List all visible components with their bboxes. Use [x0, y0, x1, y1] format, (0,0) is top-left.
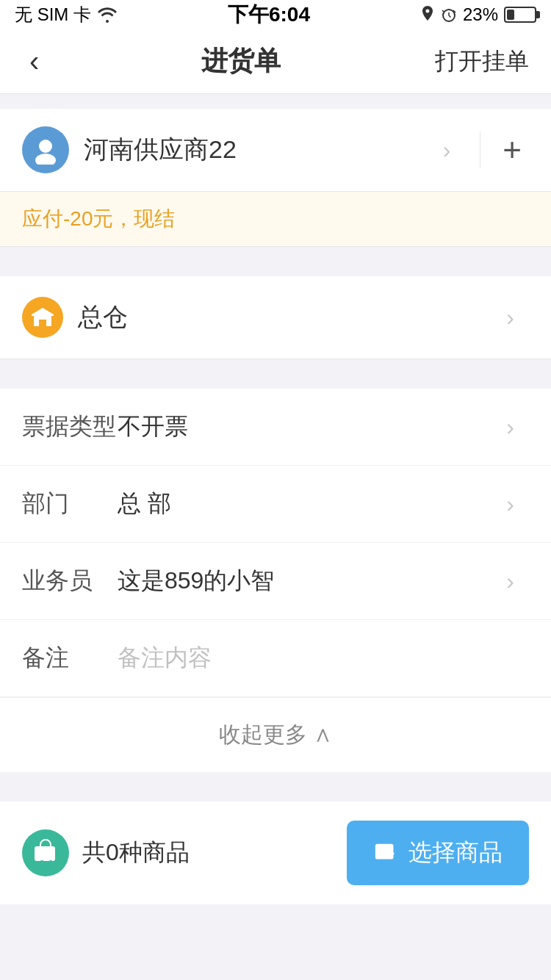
collapse-label: 收起更多 ∧ — [219, 722, 331, 746]
collapse-row[interactable]: 收起更多 ∧ — [0, 697, 551, 772]
svg-rect-5 — [35, 846, 55, 861]
cart-icon — [32, 839, 60, 867]
warehouse-row[interactable]: 总仓 › — [0, 276, 551, 359]
invoice-type-value: 不开票 — [118, 411, 506, 443]
salesperson-chevron-icon: › — [506, 568, 514, 595]
bottom-section: 共0种商品 选择商品 — [0, 801, 551, 904]
supplier-chevron-icon: › — [443, 137, 451, 164]
section-gap-1 — [0, 94, 551, 109]
warehouse-section: 总仓 › — [0, 276, 551, 359]
supplier-row[interactable]: 河南供应商22 › + — [0, 109, 551, 192]
status-bar: 无 SIM 卡 下午6:04 23% — [0, 0, 551, 29]
svg-point-6 — [40, 860, 44, 865]
form-section: 票据类型 不开票 › 部门 总 部 › 业务员 这是859的小智 › 备注 备注… — [0, 389, 551, 772]
remark-row[interactable]: 备注 备注内容 — [0, 620, 551, 697]
invoice-type-label: 票据类型 — [22, 411, 118, 443]
wifi-icon — [97, 7, 118, 23]
section-gap-4 — [0, 772, 551, 787]
svg-point-2 — [35, 154, 56, 165]
carrier-label: 无 SIM 卡 — [15, 3, 91, 26]
select-product-label: 选择商品 — [408, 837, 503, 869]
status-carrier-area: 无 SIM 卡 — [15, 3, 118, 26]
open-pending-button[interactable]: 打开挂单 — [435, 46, 529, 78]
nav-bar: ‹ 进货单 打开挂单 — [0, 29, 551, 94]
select-product-icon — [373, 840, 400, 866]
supplier-avatar — [22, 126, 69, 173]
back-button[interactable]: ‹ — [22, 37, 46, 85]
salesperson-value: 这是859的小智 — [118, 565, 506, 597]
product-count-area: 共0种商品 — [22, 829, 190, 876]
battery-percent: 23% — [463, 4, 498, 25]
warehouse-icon-bg — [22, 297, 63, 338]
department-chevron-icon: › — [506, 491, 514, 518]
salesperson-row[interactable]: 业务员 这是859的小智 › — [0, 543, 551, 620]
product-icon-bg — [22, 829, 69, 876]
remark-input[interactable]: 备注内容 — [118, 642, 529, 674]
warehouse-chevron-icon: › — [506, 304, 514, 331]
battery-icon — [504, 7, 536, 23]
section-gap-2 — [0, 247, 551, 262]
warehouse-icon — [30, 305, 55, 330]
supplier-section: 河南供应商22 › + 应付-20元，现结 — [0, 109, 551, 247]
department-label: 部门 — [22, 488, 118, 520]
product-count-label: 共0种商品 — [82, 837, 190, 869]
status-right-area: 23% — [420, 4, 536, 25]
location-icon — [420, 6, 435, 24]
person-icon — [31, 135, 60, 165]
divider — [480, 131, 480, 168]
page-footer — [0, 904, 551, 980]
invoice-type-row[interactable]: 票据类型 不开票 › — [0, 389, 551, 466]
alarm-icon — [441, 7, 457, 23]
department-value: 总 部 — [118, 488, 506, 520]
page-title: 进货单 — [201, 43, 281, 79]
svg-point-7 — [48, 860, 53, 865]
supplier-name: 河南供应商22 — [84, 133, 443, 167]
notice-bar: 应付-20元，现结 — [0, 192, 551, 246]
warehouse-name: 总仓 — [78, 300, 506, 334]
add-supplier-button[interactable]: + — [495, 131, 529, 168]
invoice-type-chevron-icon: › — [506, 414, 514, 441]
select-product-button[interactable]: 选择商品 — [347, 821, 529, 885]
remark-label: 备注 — [22, 642, 118, 674]
svg-rect-4 — [39, 320, 46, 326]
svg-point-1 — [39, 140, 52, 153]
status-time: 下午6:04 — [228, 1, 310, 29]
section-gap-3 — [0, 359, 551, 374]
salesperson-label: 业务员 — [22, 565, 118, 597]
department-row[interactable]: 部门 总 部 › — [0, 466, 551, 543]
notice-text: 应付-20元，现结 — [22, 207, 175, 230]
